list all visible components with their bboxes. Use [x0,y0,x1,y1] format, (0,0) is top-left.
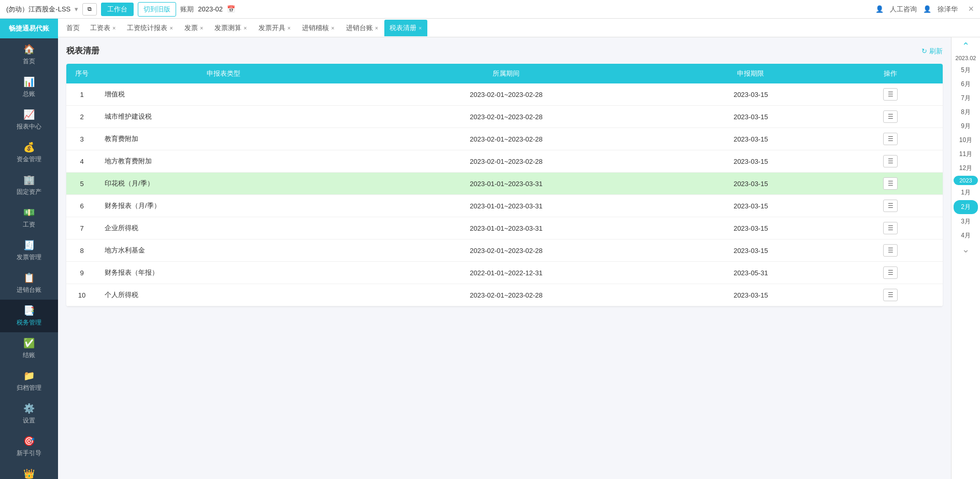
cell-deadline: 2023-03-15 [663,284,839,306]
action-detail-button[interactable]: ☰ [883,266,898,279]
tab-salary-report-label: 工资统计报表 [127,23,167,33]
company-dropdown-icon[interactable]: ▾ [75,5,78,13]
cell-deadline: 2023-03-15 [663,173,839,195]
action-detail-button[interactable]: ☰ [883,155,898,167]
sidebar-item-settings[interactable]: ⚙️ 设置 [0,398,58,430]
sidebar-item-fund[interactable]: 💰 资金管理 [0,136,58,169]
tab-salary-close[interactable]: × [112,25,116,31]
table-row: 6 财务报表（月/季） 2023-01-01~2023-03-31 2023-0… [66,195,943,217]
tab-purchase-account[interactable]: 进销台账 × [341,20,383,36]
user-name[interactable]: 徐泽华 [938,5,958,14]
archive-icon: 📁 [23,370,35,382]
sidebar-item-settle[interactable]: ✅ 结账 [0,332,58,365]
cell-period: 2023-02-01~2023-02-28 [350,106,663,128]
cell-no: 8 [66,240,97,262]
tab-purchase-check[interactable]: 进销稽核 × [297,20,339,36]
tab-tax-list-close[interactable]: × [419,25,422,31]
cell-action: ☰ [839,83,943,106]
sidebar-item-assets[interactable]: 🏢 固定资产 [0,169,58,202]
sidebar-item-label-assets: 固定资产 [17,188,41,196]
sidebar: 畅捷通易代账 🏠 首页 📊 总账 📈 报表中心 💰 资金管理 🏢 固定资产 💵 … [0,19,58,479]
cell-no: 10 [66,284,97,306]
cell-period: 2023-02-01~2023-02-28 [350,128,663,150]
sidebar-item-salary[interactable]: 💵 工资 [0,202,58,234]
tab-bar: 首页 工资表 × 工资统计报表 × 发票 × 发票测算 × 发票开具 × [58,19,980,37]
period-month-7[interactable]: 7月 [952,91,980,105]
period-nav-down[interactable]: ⌄ [962,243,970,256]
cell-action: ☰ [839,173,943,195]
sidebar-item-ledger[interactable]: 📊 总账 [0,71,58,104]
col-deadline: 申报期限 [663,64,839,83]
switch-old-button[interactable]: 切到旧版 [138,2,176,17]
tax-table: 序号 申报表类型 所属期间 申报期限 操作 1 增值税 2023-02-01~2… [66,64,943,306]
table-row: 4 地方教育费附加 2023-02-01~2023-02-28 2023-03-… [66,150,943,173]
tab-invoice-calc-close[interactable]: × [243,25,247,31]
action-detail-button[interactable]: ☰ [883,133,898,145]
tab-invoice-calc[interactable]: 发票测算 × [209,20,252,36]
cell-type: 财务报表（月/季） [97,195,350,217]
period-month-3[interactable]: 3月 [952,215,980,229]
sidebar-item-invoice[interactable]: 🧾 发票管理 [0,234,58,267]
sidebar-item-label-archive: 归档管理 [17,384,41,392]
period-month-4[interactable]: 4月 [952,229,980,243]
tab-invoice-close[interactable]: × [200,25,203,31]
action-detail-button[interactable]: ☰ [883,289,898,301]
sidebar-item-archive[interactable]: 📁 归档管理 [0,365,58,398]
action-detail-button[interactable]: ☰ [883,177,898,190]
sidebar-item-report[interactable]: 📈 报表中心 [0,104,58,136]
tab-salary-report-close[interactable]: × [169,25,172,31]
period-month-1[interactable]: 1月 [952,186,980,200]
tab-home[interactable]: 首页 [62,20,84,36]
action-detail-button[interactable]: ☰ [883,88,898,101]
refresh-button[interactable]: ↻ 刷新 [921,47,943,56]
period-month-5[interactable]: 5月 [952,63,980,77]
sidebar-item-label-fund: 资金管理 [17,155,41,164]
period-nav-up[interactable]: ⌃ [962,39,970,53]
period-month-9[interactable]: 9月 [952,119,980,133]
tab-tax-list-label: 税表清册 [390,23,416,33]
tab-purchase-account-label: 进销台账 [346,23,373,33]
assets-icon: 🏢 [23,174,35,186]
sidebar-item-guide[interactable]: 🎯 新手引导 [0,430,58,463]
sidebar-item-tax[interactable]: 📑 税务管理 [0,300,58,332]
period-month-12[interactable]: 12月 [952,161,980,175]
close-icon[interactable]: × [968,4,974,15]
workspace-button[interactable]: 工作台 [101,3,134,16]
invoice-icon: 🧾 [23,240,35,251]
sidebar-item-home[interactable]: 🏠 首页 [0,38,58,71]
page-header: 税表清册 ↻ 刷新 [66,46,943,57]
sidebar-item-label-settings: 设置 [23,416,35,425]
copy-button[interactable]: ⧉ [82,3,97,16]
cell-no: 7 [66,217,97,240]
cell-action: ☰ [839,240,943,262]
action-detail-button[interactable]: ☰ [883,110,898,123]
refresh-icon: ↻ [921,47,927,55]
period-month-11[interactable]: 11月 [952,147,980,161]
col-type: 申报表类型 [97,64,350,83]
ai-consult-label[interactable]: 人工咨询 [890,5,917,14]
settle-icon: ✅ [23,337,35,349]
sidebar-item-purchase[interactable]: 📋 进销台账 [0,267,58,300]
tab-invoice[interactable]: 发票 × [179,20,208,36]
tab-invoice-open-close[interactable]: × [287,25,291,31]
sidebar-item-vip[interactable]: 👑 畅会员 [0,463,58,479]
tab-tax-list[interactable]: 税表清册 × [384,20,427,36]
calendar-icon[interactable]: 📅 [227,5,235,13]
tab-salary[interactable]: 工资表 × [85,20,121,36]
tab-purchase-check-label: 进销稽核 [302,23,329,33]
period-month-2[interactable]: 2月 [954,200,978,214]
action-detail-button[interactable]: ☰ [883,200,898,212]
report-icon: 📈 [23,109,35,120]
sidebar-item-label-home: 首页 [23,57,35,66]
period-month-6[interactable]: 6月 [952,77,980,91]
action-detail-button[interactable]: ☰ [883,244,898,257]
tab-salary-report[interactable]: 工资统计报表 × [122,20,178,36]
cell-type: 增值税 [97,83,350,106]
action-detail-button[interactable]: ☰ [883,222,898,234]
tab-purchase-account-close[interactable]: × [375,25,378,31]
period-value: 2023-02 [198,5,223,13]
period-month-8[interactable]: 8月 [952,105,980,119]
period-month-10[interactable]: 10月 [952,133,980,147]
tab-invoice-open[interactable]: 发票开具 × [253,20,296,36]
tab-purchase-check-close[interactable]: × [331,25,334,31]
